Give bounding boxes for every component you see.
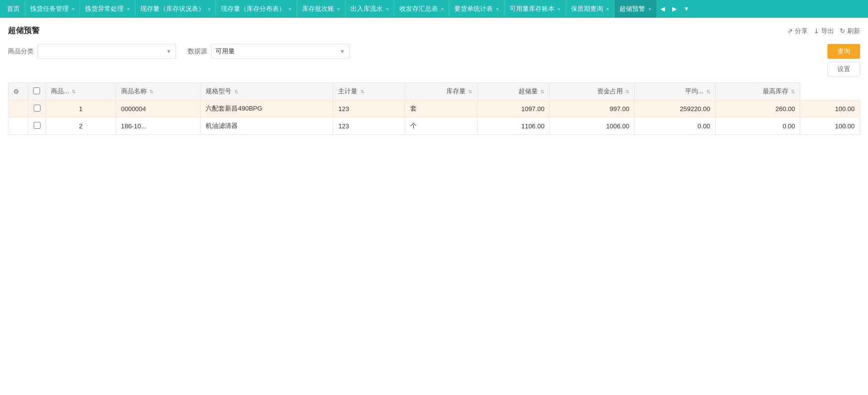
nav-inout-close[interactable]: ×	[386, 6, 389, 12]
th-unit[interactable]: 主计量 ⇅	[333, 83, 405, 100]
nav-expiry-close[interactable]: ×	[606, 6, 609, 12]
nav-expiry-label: 保质期查询	[571, 4, 603, 13]
data-table: ⚙ 商品... ⇅ 商品名称 ⇅ 规格型号 ⇅ 主计量	[8, 82, 860, 135]
export-icon: ⤓	[814, 27, 819, 35]
datasource-combo: 可用量 ▼	[211, 44, 349, 59]
datasource-value: 可用量	[216, 47, 235, 56]
td-num-0: 1	[46, 100, 116, 118]
nav-summary[interactable]: 收发存汇总表 ×	[394, 0, 449, 18]
td-over-stock-1: 1006.00	[550, 118, 635, 135]
nav-pick-task-label: 拣货任务管理	[30, 4, 69, 13]
th-max-stock-sort-icon: ⇅	[791, 89, 795, 94]
datasource-filter: 数据源 可用量 ▼	[188, 44, 349, 59]
nav-overstock-label: 超储预警	[619, 4, 645, 13]
action-buttons: 查询 设置	[827, 44, 860, 77]
td-num-1: 2	[46, 118, 116, 135]
product-category-arrow-icon: ▼	[166, 48, 172, 54]
th-over-stock-sort-icon: ⇅	[540, 89, 544, 94]
th-over-stock-label: 超储量	[519, 87, 538, 95]
product-category-label: 商品分类	[8, 47, 34, 56]
th-avg-label: 平均...	[685, 87, 703, 95]
nav-stock-status-label: 现存量（库存状况表）	[140, 4, 205, 13]
nav-order-stat-close[interactable]: ×	[496, 6, 499, 12]
td-capital-0: 259220.00	[635, 100, 715, 118]
th-spec-sort-icon: ⇅	[234, 89, 238, 94]
page-title: 超储预警	[8, 26, 40, 36]
product-category-select[interactable]: ▼	[38, 44, 176, 59]
th-stock[interactable]: 库存量 ⇅	[405, 83, 477, 100]
nav-available[interactable]: 可用量库存账本 ×	[505, 0, 566, 18]
nav-pick-exception-close[interactable]: ×	[127, 6, 130, 12]
nav-order-stat-label: 要货单统计表	[454, 4, 493, 13]
nav-overstock[interactable]: 超储预警 ×	[614, 0, 656, 18]
datasource-select[interactable]: 可用量 ▼	[211, 44, 349, 59]
query-button[interactable]: 查询	[827, 44, 860, 59]
th-product-code-sort-icon: ⇅	[72, 89, 76, 94]
th-product-name[interactable]: 商品名称 ⇅	[116, 83, 201, 100]
nav-more-arrow[interactable]: ▼	[681, 0, 693, 18]
th-avg-sort-icon: ⇅	[706, 89, 710, 94]
td-avg-0: 260.00	[715, 100, 800, 118]
nav-batch[interactable]: 库存批次账 ×	[297, 0, 346, 18]
td-settings-0	[8, 100, 28, 118]
td-checkbox-1	[28, 118, 46, 135]
page-content: 超储预警 ⇗ 分享 ⤓ 导出 ↻ 刷新 商品分类 ▼	[0, 18, 868, 395]
td-unit-1: 个	[405, 118, 477, 135]
nav-pick-exception[interactable]: 拣货异常处理 ×	[80, 0, 135, 18]
row-checkbox-1[interactable]	[34, 122, 41, 129]
datasource-arrow-icon: ▼	[340, 48, 345, 54]
nav-summary-close[interactable]: ×	[441, 6, 444, 12]
nav-pick-task-close[interactable]: ×	[72, 6, 75, 12]
table-body: 1 0000004 六配套新昌490BPG 123 套 1097.00 997.…	[8, 100, 860, 135]
th-max-stock-label: 最高库存	[763, 87, 788, 95]
share-button[interactable]: ⇗ 分享	[787, 27, 808, 36]
settings-button[interactable]: 设置	[827, 62, 860, 77]
td-avg-1: 0.00	[715, 118, 800, 135]
nav-stock-dist-close[interactable]: ×	[288, 6, 291, 12]
table-row: 2 186-10... 机油滤清器 123 个 1106.00 1006.00 …	[8, 118, 860, 135]
nav-pick-exception-label: 拣货异常处理	[85, 4, 124, 13]
th-over-stock[interactable]: 超储量 ⇅	[477, 83, 550, 100]
table-row: 1 0000004 六配套新昌490BPG 123 套 1097.00 997.…	[8, 100, 860, 118]
filter-selects-area: 商品分类 ▼ 数据源 可用量 ▼	[8, 44, 816, 59]
nav-summary-label: 收发存汇总表	[399, 4, 438, 13]
td-product-code-0: 0000004	[116, 100, 201, 118]
nav-batch-close[interactable]: ×	[337, 6, 340, 12]
filter-section: 商品分类 ▼ 数据源 可用量 ▼ 查询 设置	[8, 44, 860, 77]
th-product-name-sort-icon: ⇅	[149, 89, 153, 94]
th-capital-sort-icon: ⇅	[625, 89, 629, 94]
nav-order-stat[interactable]: 要货单统计表 ×	[449, 0, 504, 18]
select-all-checkbox[interactable]	[33, 87, 40, 94]
settings-gear-icon[interactable]: ⚙	[13, 88, 19, 95]
th-avg[interactable]: 平均... ⇅	[635, 83, 715, 100]
th-product-code[interactable]: 商品... ⇅	[46, 83, 116, 100]
nav-stock-dist[interactable]: 现存量（库存分布表） ×	[216, 0, 297, 18]
th-product-name-label: 商品名称	[121, 87, 147, 95]
th-stock-sort-icon: ⇅	[468, 89, 472, 94]
th-capital[interactable]: 资金占用 ⇅	[550, 83, 635, 100]
nav-pick-task[interactable]: 拣货任务管理 ×	[25, 0, 80, 18]
nav-stock-status[interactable]: 现存量（库存状况表） ×	[135, 0, 216, 18]
top-nav: 首页 拣货任务管理 × 拣货异常处理 × 现存量（库存状况表） × 现存量（库存…	[0, 0, 868, 18]
td-over-stock-0: 997.00	[550, 100, 635, 118]
nav-overstock-close[interactable]: ×	[648, 6, 651, 12]
th-settings: ⚙	[8, 83, 28, 100]
nav-expiry[interactable]: 保质期查询 ×	[566, 0, 614, 18]
th-max-stock[interactable]: 最高库存 ⇅	[715, 83, 800, 100]
th-checkbox	[28, 83, 46, 100]
table-header: ⚙ 商品... ⇅ 商品名称 ⇅ 规格型号 ⇅ 主计量	[8, 83, 860, 100]
nav-prev-arrow[interactable]: ◀	[657, 0, 669, 18]
nav-inout[interactable]: 出入库流水 ×	[346, 0, 394, 18]
row-checkbox-0[interactable]	[34, 105, 41, 112]
th-spec[interactable]: 规格型号 ⇅	[201, 83, 333, 100]
product-category-filter: 商品分类 ▼	[8, 44, 176, 59]
nav-stock-status-close[interactable]: ×	[208, 6, 211, 12]
export-button[interactable]: ⤓ 导出	[814, 27, 834, 36]
refresh-button[interactable]: ↻ 刷新	[840, 27, 860, 36]
td-max-stock-1: 100.00	[800, 118, 860, 135]
nav-home[interactable]: 首页	[2, 0, 25, 18]
th-capital-label: 资金占用	[597, 87, 623, 95]
th-unit-sort-icon: ⇅	[360, 89, 364, 94]
nav-available-close[interactable]: ×	[558, 6, 561, 12]
nav-next-arrow[interactable]: ▶	[669, 0, 681, 18]
